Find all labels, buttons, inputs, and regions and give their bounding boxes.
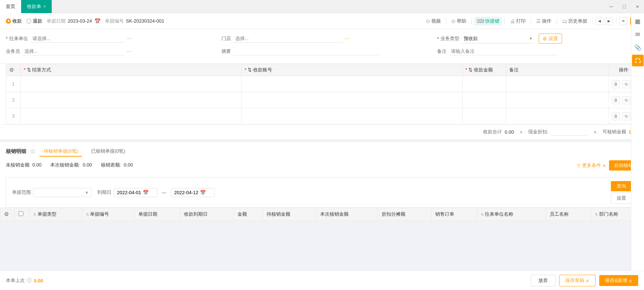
filter-settings-button[interactable]: 设置 [611, 193, 632, 204]
writeoff-header: 核销明细 ⓘ 待核销单据(0笔) 已核销单据(0笔) [6, 146, 638, 157]
tab-receipt[interactable]: 收款单 × [21, 0, 52, 13]
partner-more-button[interactable]: ··· [125, 35, 134, 42]
refund-radio[interactable]: 退款 [26, 18, 42, 24]
remark-cell[interactable] [506, 92, 609, 108]
maximize-button[interactable]: □ [618, 0, 631, 13]
sidebar-mail-icon[interactable]: ✉ [632, 28, 644, 40]
date-to-picker[interactable]: 2022-04-12 📅 [171, 188, 215, 197]
staff-field: 业务员 ··· [6, 47, 207, 55]
diff-stat: 核销差额: 0.00 [101, 162, 135, 168]
video-label: 视频 [431, 18, 441, 24]
settlement-cell[interactable] [21, 108, 242, 124]
col-type: ⇅ 单据类型 [30, 208, 82, 221]
receipt-radio[interactable]: 收款 [6, 18, 22, 24]
col-pending: 待核销金额 [263, 208, 317, 221]
query-button[interactable]: 查询 [611, 181, 632, 191]
table-gear-icon[interactable]: ⚙ [9, 67, 14, 73]
operate-button[interactable]: ☰ 操作 [534, 17, 554, 26]
amount-cell[interactable] [462, 92, 506, 108]
close-button[interactable]: × [631, 0, 644, 13]
summary-input[interactable] [233, 47, 379, 55]
copy-row-button[interactable]: ⧉ [622, 80, 630, 88]
settings-button[interactable]: ⚙ 设置 [539, 34, 562, 44]
account-cell[interactable] [242, 108, 462, 124]
account-cell[interactable] [242, 92, 462, 108]
receipt-radio-label: 收款 [12, 18, 22, 24]
settings-label: 设置 [549, 35, 558, 42]
copy-row-button[interactable]: ⧉ [622, 96, 630, 104]
history-label: 历史单据 [568, 18, 587, 24]
delete-row-button[interactable]: 🗑 [612, 96, 620, 104]
sort-icon: ⇅ [86, 212, 89, 216]
divider4 [531, 18, 531, 24]
diff-value: 0.00 [124, 162, 133, 168]
print-button[interactable]: 🖨 打印 [508, 17, 528, 26]
video-button[interactable]: ⊙ 视频 [424, 17, 443, 26]
help-button[interactable]: ⊙ 帮助 [449, 17, 468, 26]
help-icon: ⊙ [451, 18, 456, 24]
store-input[interactable] [233, 35, 342, 43]
calendar-to-icon: 📅 [200, 190, 206, 195]
net-label: 可核销金额 [602, 129, 626, 135]
tab-bar: 首页 收款单 × ─ □ × [0, 0, 644, 13]
staff-input[interactable] [22, 47, 124, 55]
sidebar-table-icon[interactable]: ▦ [632, 15, 644, 27]
footer-left: 本单上次 ⓘ 0.00 [6, 277, 43, 284]
abandon-button[interactable]: 放弃 [531, 275, 555, 286]
remark-cell[interactable] [506, 76, 609, 92]
calendar-icon[interactable]: 📅 [94, 18, 101, 24]
bottom-table-gear-icon[interactable]: ⚙ [4, 211, 9, 217]
amount-cell[interactable] [462, 108, 506, 124]
remarks-field: 备注 [437, 47, 638, 55]
remarks-input[interactable] [449, 47, 558, 55]
discount-input[interactable] [551, 128, 588, 136]
amount-cell[interactable] [462, 76, 506, 92]
writeoff-section: 核销明细 ⓘ 待核销单据(0笔) 已核销单据(0笔) 未核销金额 0.00 本次… [0, 142, 644, 208]
save-new-button[interactable]: 保存&新增 ∧ [599, 275, 638, 286]
range-select[interactable]: ▾ [33, 188, 91, 197]
delete-row-button[interactable]: 🗑 [612, 112, 620, 120]
layout-list-button[interactable]: ≡ [619, 17, 627, 25]
info-icon[interactable]: ⓘ [31, 149, 35, 155]
tab-done[interactable]: 已核销单据(0笔) [87, 146, 130, 157]
range-label: 单据范围 [12, 189, 31, 196]
copy-row-button[interactable]: ⧉ [622, 112, 630, 120]
save-draft-button[interactable]: 保存草稿 ∧ [559, 275, 596, 286]
video-icon: ⊙ [426, 18, 430, 24]
window-controls: ─ □ × [605, 0, 644, 13]
select-all-checkbox[interactable] [19, 211, 23, 216]
remark-cell[interactable] [506, 108, 609, 124]
tab-pending[interactable]: 待核销单据(0笔) [39, 146, 82, 157]
partner-field: * 往来单位 ··· [6, 35, 207, 43]
minimize-button[interactable]: ─ [605, 0, 618, 13]
form-section: * 往来单位 ··· 门店 ··· * 业务类型 预收款 ▾ ⚙ 设置 [0, 29, 644, 64]
settlement-cell[interactable] [21, 92, 242, 108]
staff-more-button[interactable]: ··· [124, 48, 133, 55]
account-cell[interactable] [242, 76, 462, 92]
nav-prev-button[interactable]: ◀ [596, 17, 604, 25]
divider7 [616, 18, 616, 24]
delete-row-button[interactable]: 🗑 [612, 80, 620, 88]
page-label: 本单上次 [6, 277, 25, 284]
business-type-select[interactable]: 预收款 ▾ [462, 34, 534, 43]
nav-next-button[interactable]: ▶ [605, 17, 613, 25]
col-number: ⇅ 单据编号 [82, 208, 135, 221]
shortcut-button[interactable]: ⌨ 快捷键 [475, 17, 502, 26]
divider5 [557, 18, 557, 24]
more-conditions-button[interactable]: ▽ 更多条件 ∧ [577, 162, 606, 169]
sidebar-expand-icon[interactable] [632, 55, 644, 66]
tab-home[interactable]: 首页 [0, 0, 21, 13]
store-label: 门店 [221, 35, 231, 42]
section-divider [0, 139, 644, 142]
partner-input[interactable] [30, 35, 125, 43]
operate-icon: ☰ [536, 18, 541, 24]
history-button[interactable]: 🗂 历史单据 [560, 17, 589, 26]
settlement-cell[interactable] [21, 76, 242, 92]
date-from-picker[interactable]: 2022-04-01 📅 [114, 188, 157, 197]
business-type-value: 预收款 [464, 35, 478, 42]
sidebar-clip-icon[interactable]: 📎 [632, 42, 644, 53]
tab-close-icon[interactable]: × [43, 0, 46, 13]
footer: 本单上次 ⓘ 0.00 放弃 保存草稿 ∧ 保存&新增 ∧ [0, 271, 644, 290]
staff-label: 业务员 [6, 48, 20, 55]
store-more-button[interactable]: ··· [342, 35, 352, 42]
